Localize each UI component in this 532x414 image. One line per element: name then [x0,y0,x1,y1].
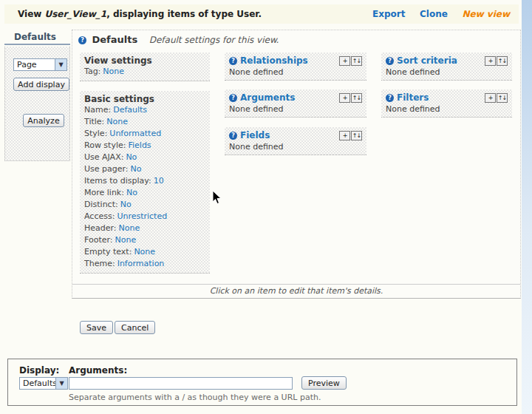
items-to-display-value-link[interactable]: 10 [154,176,164,186]
sort-criteria-panel: ? Sort criteria +↑↓ None defined [381,52,512,81]
style-value-link[interactable]: Unformatted [109,129,161,138]
name-value-link[interactable]: Defaults [113,105,147,115]
view-title-bar: Export Clone New view ViewUser_View_1, d… [4,4,519,24]
arguments-status: None defined [229,104,362,114]
display-type-select[interactable]: Page ▼ [13,58,67,71]
help-icon[interactable]: ? [229,132,237,140]
setting-row-name: Name:Defaults [84,104,205,116]
relationships-status: None defined [229,67,362,77]
rearrange-sorts-button[interactable]: ↑↓ [497,56,508,66]
view-settings-title: View settings [84,55,205,66]
setting-row-items-to-display: Items to display:10 [84,175,205,187]
sidebar-body: Page ▼ Add display Analyze [4,47,70,161]
setting-row-more-link: More link:No [84,187,205,199]
footer-value-link[interactable]: None [115,235,137,245]
new-view-link[interactable]: New view [462,9,510,19]
setting-row-empty-text: Empty text:None [84,246,205,258]
views-edit-page: Export Clone New view ViewUser_View_1, d… [0,0,532,414]
save-button[interactable]: Save [80,321,113,334]
setting-row-row-style: Row style:Fields [84,140,205,152]
analyze-button[interactable]: Analyze [23,114,64,127]
display-type-select-value: Page [14,59,55,70]
rearrange-relationships-button[interactable]: ↑↓ [351,56,362,66]
rearrange-filters-button[interactable]: ↑↓ [497,93,508,103]
view-name: User_View_1 [44,9,106,19]
add-argument-button[interactable]: + [339,93,350,103]
more-link-value-link[interactable]: No [126,188,137,197]
add-relationship-button[interactable]: + [339,56,350,66]
setting-row-use-ajax: Use AJAX:No [84,152,205,163]
preview-display-select[interactable]: Defaults ▼ [19,377,68,390]
help-icon[interactable]: ? [229,94,237,102]
basic-settings-title: Basic settings [84,94,205,104]
header-value-link[interactable]: None [119,223,140,233]
setting-row-tag: Tag:None [84,66,205,78]
help-icon[interactable]: ? [386,57,394,65]
display-sidebar: Defaults Page ▼ Add display Analyze [4,30,70,161]
live-preview-panel: Display: Defaults ▼ Arguments: Preview S… [7,359,517,406]
filters-panel: ? Filters +↑↓ None defined [381,89,512,118]
preview-display-select-value: Defaults [20,378,55,389]
add-filter-button[interactable]: + [485,93,496,103]
add-display-button[interactable]: Add display [13,78,69,91]
setting-row-title: Title:None [84,116,205,128]
display-label: Display: [19,365,59,376]
relationships-title-link[interactable]: Relationships [240,55,308,66]
preview-button[interactable]: Preview [301,376,347,390]
panel-heading: ? Defaults Default settings for this vie… [72,30,520,49]
relationships-panel: ? Relationships +↑↓ None defined [225,52,366,81]
panel-heading-note: Default settings for this view. [149,35,279,45]
view-settings-panel: View settings Tag:None [80,52,210,81]
add-field-button[interactable]: + [339,131,350,140]
sort-criteria-status: None defined [386,67,508,77]
chevron-down-icon: ▼ [55,378,67,389]
arguments-input[interactable] [69,377,293,390]
setting-row-style: Style:Unformatted [84,128,205,140]
rearrange-fields-button[interactable]: ↑↓ [351,131,362,140]
setting-row-theme: Theme:Information [84,258,205,270]
help-icon[interactable]: ? [386,94,394,102]
cancel-button[interactable]: Cancel [115,321,155,334]
setting-row-header: Header:None [84,223,205,234]
row-style-value-link[interactable]: Fields [128,140,151,150]
sort-criteria-title-link[interactable]: Sort criteria [397,55,457,66]
tag-value-link[interactable]: None [103,67,124,76]
fields-title-link[interactable]: Fields [240,130,270,140]
arguments-label: Arguments: [69,365,127,376]
help-icon[interactable]: ? [229,57,237,65]
panel-footer-note: Click on an item to edit that item's det… [72,284,520,298]
filters-status: None defined [386,104,508,114]
tab-defaults[interactable]: Defaults [4,30,70,45]
setting-row-footer: Footer:None [84,234,205,246]
rearrange-arguments-button[interactable]: ↑↓ [351,93,362,103]
title-value-link[interactable]: None [106,117,128,126]
view-action-links: Export Clone New view [361,4,510,24]
setting-row-access: Access:Unrestricted [84,211,205,223]
use-pager-value-link[interactable]: No [131,164,142,174]
page-title: ViewUser_View_1, displaying items of typ… [18,9,262,19]
arguments-help-text: Separate arguments with a / as though th… [69,393,321,402]
empty-text-value-link[interactable]: None [134,247,155,257]
filters-title-link[interactable]: Filters [397,92,429,103]
arguments-title-link[interactable]: Arguments [240,92,295,103]
use-ajax-value-link[interactable]: No [126,152,137,162]
add-sort-button[interactable]: + [485,56,496,66]
theme-value-link[interactable]: Information [117,259,165,268]
setting-row-distinct: Distinct:No [84,199,205,211]
panel-heading-title: Defaults [92,34,138,45]
distinct-value-link[interactable]: No [120,200,132,209]
arguments-panel: ? Arguments +↑↓ None defined [225,89,366,118]
fields-status: None defined [229,142,362,152]
display-settings-panel: ? Defaults Default settings for this vie… [72,30,521,299]
basic-settings-panel: Basic settings Name:Defaults Title:None … [80,91,210,274]
help-icon[interactable]: ? [78,36,86,44]
clone-link[interactable]: Clone [420,9,448,19]
setting-row-use-pager: Use pager:No [84,163,205,175]
page-background-strip [522,0,532,414]
export-link[interactable]: Export [372,9,405,19]
chevron-down-icon: ▼ [55,59,66,70]
access-value-link[interactable]: Unrestricted [117,211,167,221]
fields-panel: ? Fields +↑↓ None defined [225,127,366,155]
